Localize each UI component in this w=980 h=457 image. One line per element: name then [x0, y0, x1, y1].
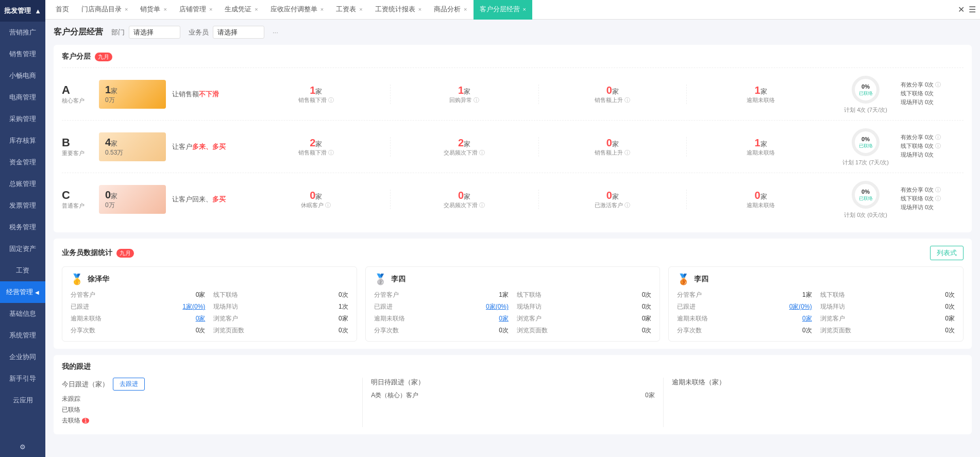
sidebar-item-payroll[interactable]: 工资 [0, 260, 45, 281]
page-title: 客户分层经营 [54, 27, 103, 38]
sidebar-item-ledger[interactable]: 总账管理 [0, 173, 45, 195]
sidebar-item-ecommerce-small[interactable]: 小畅电商 [0, 65, 45, 87]
tier-a-metrics: 1家 销售额下滑 ⓘ 1家 回购异常 ⓘ 0家 销售额上升 ⓘ 1家 逾期未联络 [242, 84, 835, 104]
tier-a-label: A 核心客户 [62, 83, 93, 105]
svg-text:0%: 0% [861, 83, 870, 90]
sidebar-item-sales[interactable]: 销售管理 [0, 43, 45, 65]
tab-payroll-report[interactable]: 工资统计报表 × [369, 0, 428, 20]
tier-c-metric-3: 0家 已激活客户 ⓘ [538, 190, 687, 209]
sidebar-item-collab[interactable]: 企业协同 [0, 346, 45, 368]
tab-close-customer-tier[interactable]: × [523, 6, 526, 12]
biz-card-3-header: 🥉 李四 [677, 273, 955, 285]
tab-close-payroll-table[interactable]: × [359, 6, 362, 12]
tier-b-suggestion: 让客户多来、多买 [172, 142, 234, 151]
biz-stats-section: 业务员数据统计 九月 列表式 🥇 徐泽华 分管客户 0家 [54, 239, 972, 349]
followup-tomorrow-row-1: A类（核心）客户 0家 [371, 391, 654, 400]
sidebar-item-tax[interactable]: 税务管理 [0, 216, 45, 238]
salesperson-select[interactable]: 请选择 [213, 26, 264, 39]
tier-a-metric-1: 1家 销售额下滑 ⓘ [242, 84, 390, 104]
tier-a-amount: 0万 [105, 96, 160, 105]
sidebar-item-invoice[interactable]: 发票管理 [0, 195, 45, 216]
tab-ar-ap[interactable]: 应收应付调整单 × [264, 0, 330, 20]
tab-voucher[interactable]: 生成凭证 × [218, 0, 264, 20]
biz-stat-现场拜访-2: 现场拜访 0次 [517, 302, 651, 311]
followup-tomorrow-title: 明日待跟进（家） [371, 378, 654, 387]
tab-store-products[interactable]: 门店商品目录 × [75, 0, 134, 20]
tier-a-letter: A [62, 83, 93, 97]
sidebar-header-label: 批发管理 [4, 6, 31, 15]
biz-stat-分享次数-2: 分享次数 0次 [374, 326, 509, 335]
dept-label: 部门 [111, 28, 125, 37]
biz-name-3: 李四 [694, 275, 708, 284]
sidebar-item-assets[interactable]: 固定资产 [0, 238, 45, 260]
tier-b-metric-4: 1家 逾期未联络 [686, 137, 835, 157]
list-view-button[interactable]: 列表式 [930, 246, 964, 260]
tab-bar-end: ✕ ☰ [958, 5, 976, 14]
tab-close-store-products[interactable]: × [125, 6, 128, 12]
sidebar-item-system[interactable]: 系统管理 [0, 325, 45, 346]
sidebar-item-ecommerce[interactable]: 电商管理 [0, 87, 45, 108]
tier-b-metrics: 2家 销售额下滑 ⓘ 2家 交易频次下滑 ⓘ 0家 销售额上升 ⓘ 1家 逾期未… [242, 137, 835, 157]
biz-stat-分享次数-3: 分享次数 0次 [677, 326, 812, 335]
tier-a-circle-sub[interactable]: 计划 4次 (7天/次) [844, 106, 887, 114]
tab-payroll-table[interactable]: 工资表 × [330, 0, 368, 20]
tab-bar: 首页 门店商品目录 × 销货单 × 店铺管理 × 生成凭证 × 应收应付调整单 … [45, 0, 980, 20]
biz-stat-线下联络-3: 线下联络 0次 [820, 291, 955, 299]
tab-home[interactable]: 首页 [49, 0, 75, 20]
dept-select[interactable]: 请选择 [129, 26, 180, 39]
sidebar-item-basic-info[interactable]: 基础信息 [0, 303, 45, 325]
tab-product-analysis[interactable]: 商品分析 × [428, 0, 473, 20]
sidebar-settings[interactable]: ⚙ [0, 437, 45, 457]
tab-close-shop-manage[interactable]: × [209, 6, 212, 12]
tab-customer-tier[interactable]: 客户分层经营 × [474, 0, 532, 20]
medal-silver-icon: 🥈 [374, 273, 387, 285]
biz-stat-逾期未联络-2: 逾期未联络 0家 [374, 314, 509, 323]
sidebar-header[interactable]: 批发管理 ▲ [0, 0, 45, 22]
tier-c-metrics: 0家 休眠客户 ⓘ 0家 交易频次下滑 ⓘ 0家 已激活客户 ⓘ 0家 逾期未联… [242, 190, 835, 209]
tab-close-ar-ap[interactable]: × [320, 6, 324, 12]
tier-b-row: B 重要客户 4家 0.53万 让客户多来、多买 2家 销售额下滑 ⓘ [62, 120, 964, 173]
tier-c-suggestion: 让客户回来、多买 [172, 195, 234, 204]
biz-card-1-stats: 分管客户 0家 线下联络 0次 已跟进 1家(0%) 现场拜访 [71, 291, 348, 335]
sidebar-item-operations[interactable]: 经营管理 ◀ [0, 281, 45, 303]
more-options-icon[interactable]: ··· [273, 28, 278, 36]
tab-close-all-icon[interactable]: ✕ [958, 5, 965, 14]
tab-close-product-analysis[interactable]: × [464, 6, 467, 12]
tab-close-payroll-report[interactable]: × [418, 6, 421, 12]
sidebar-item-finance[interactable]: 资金管理 [0, 151, 45, 173]
sidebar-item-procurement[interactable]: 采购管理 [0, 108, 45, 130]
tier-c-count-box: 0家 0万 [99, 185, 166, 214]
followup-today-title: 今日跟进（家） 去跟进 [62, 378, 354, 391]
sidebar-item-cloud[interactable]: 云应用 [0, 390, 45, 411]
dept-filter: 部门 请选择 [111, 26, 180, 39]
biz-card-3: 🥉 李四 分管客户 1家 线下联络 0次 已跟进 [668, 266, 964, 342]
tier-b-circle-sub[interactable]: 计划 17次 (7天/次) [842, 159, 889, 166]
biz-stat-浏览页面数-1: 浏览页面数 0次 [213, 326, 348, 335]
biz-stat-逾期未联络-1: 逾期未联络 0家 [71, 314, 205, 323]
biz-stats-header: 业务员数据统计 九月 列表式 [62, 246, 964, 260]
followup-grid: 今日跟进（家） 去跟进 未跟踪 已联络 去联络 1 明日待跟进（家） [62, 378, 964, 427]
tab-close-voucher[interactable]: × [255, 6, 258, 12]
biz-stat-线下联络-2: 线下联络 0次 [517, 291, 651, 299]
tab-close-sales-order[interactable]: × [163, 6, 166, 12]
tier-c-metric-1: 0家 休眠客户 ⓘ [242, 190, 390, 209]
sidebar-item-marketing[interactable]: 营销推广 [0, 22, 45, 43]
sidebar-collapse-icon[interactable]: ▲ [35, 7, 41, 15]
followup-col-overdue: 逾期未联络（家） [663, 378, 964, 427]
biz-stat-分管客户-3: 分管客户 1家 [677, 291, 812, 299]
biz-stat-分享次数-1: 分享次数 0次 [71, 326, 205, 335]
tab-menu-icon[interactable]: ☰ [969, 5, 976, 14]
followup-overdue-title: 逾期未联络（家） [672, 378, 955, 387]
tier-c-amount: 0万 [105, 201, 160, 210]
customer-tier-section: 客户分层 九月 A 核心客户 1家 0万 让销售额不下滑 [54, 45, 972, 232]
tier-c-circle-sub[interactable]: 计划 0次 (0天/次) [844, 211, 887, 219]
followup-col-today: 今日跟进（家） 去跟进 未跟踪 已联络 去联络 1 [62, 378, 362, 427]
sidebar-item-guide[interactable]: 新手引导 [0, 368, 45, 390]
tab-shop-manage[interactable]: 店铺管理 × [173, 0, 218, 20]
tab-sales-order[interactable]: 销货单 × [134, 0, 173, 20]
followup-section: 我的跟进 今日跟进（家） 去跟进 未跟踪 已联络 去联络 1 [54, 355, 972, 434]
biz-card-2: 🥈 李四 分管客户 1家 线下联络 0次 已跟进 [365, 266, 661, 342]
goto-followup-button[interactable]: 去跟进 [113, 378, 145, 391]
sidebar: 批发管理 ▲ 营销推广 销售管理 小畅电商 电商管理 采购管理 库存核算 资金管… [0, 0, 45, 457]
sidebar-item-inventory[interactable]: 库存核算 [0, 130, 45, 151]
